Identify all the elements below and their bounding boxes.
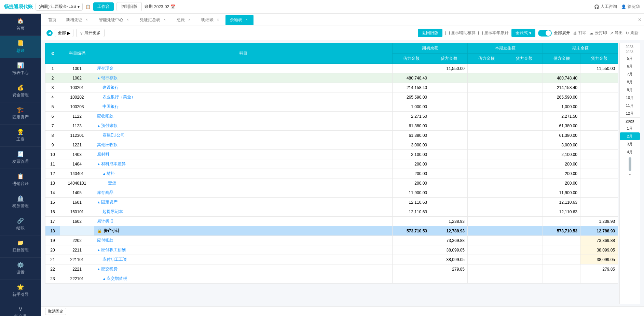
- expand-all-toggle[interactable]: [538, 30, 552, 37]
- cell-subject[interactable]: ▲材料成本差异: [94, 159, 393, 169]
- side-panel-month-7[interactable]: 7月: [620, 70, 640, 78]
- sidebar-item-settings[interactable]: ⚙️ 设置: [0, 258, 41, 280]
- subject-link[interactable]: 应付职工工资: [102, 257, 127, 262]
- expand-icon[interactable]: ▲: [102, 172, 106, 175]
- cell-subject[interactable]: 库存商品: [94, 188, 393, 198]
- cell-subject[interactable]: 应付职工工资: [94, 255, 393, 264]
- side-panel-month-10[interactable]: 10月: [620, 94, 640, 102]
- subject-link[interactable]: 应交税费: [101, 267, 118, 271]
- expand-icon[interactable]: ▲: [97, 162, 100, 166]
- sidebar-item-purchase-sales[interactable]: 📋 进销台账: [0, 169, 41, 191]
- cell-subject[interactable]: 起提累记本: [94, 207, 393, 217]
- sidebar-item-archive[interactable]: 📁 归档管理: [0, 235, 41, 258]
- subject-link[interactable]: 原材料: [97, 152, 109, 157]
- filter-all-badge[interactable]: ◀: [46, 30, 53, 36]
- tab-new-voucher-close[interactable]: ×: [84, 17, 89, 22]
- sidebar-item-funds[interactable]: 💰 资金管理: [0, 80, 41, 102]
- cell-subject[interactable]: ▲材料: [94, 169, 393, 178]
- cell-subject[interactable]: 建设银行: [94, 83, 393, 92]
- expand-icon[interactable]: ▲: [97, 76, 100, 80]
- cell-subject[interactable]: ▲固定资产: [94, 198, 393, 207]
- subject-link[interactable]: 应付职工薪酬: [101, 247, 126, 252]
- tab-new-voucher[interactable]: 新增凭证 ×: [61, 15, 94, 25]
- cell-subject[interactable]: 原材料: [94, 150, 393, 159]
- expand-icon[interactable]: ▲: [97, 267, 100, 271]
- sidebar-item-closing[interactable]: 🔗 结账: [0, 213, 41, 235]
- side-panel-month-5[interactable]: 5月: [620, 55, 640, 62]
- side-panel-month-1[interactable]: 1月: [620, 125, 640, 132]
- scrollbar[interactable]: [629, 157, 631, 171]
- workspace-button[interactable]: 工作台: [93, 2, 114, 11]
- sidebar-item-tax[interactable]: 🏦 税务管理: [0, 191, 41, 213]
- side-panel-month-4[interactable]: 4月: [620, 148, 640, 156]
- tab-home[interactable]: 首页: [44, 15, 61, 25]
- company-selector[interactable]: (勿删) 江西股金-LSS ▾: [36, 3, 83, 11]
- subject-link[interactable]: 农业银行（美金）: [102, 95, 135, 99]
- expand-more-btn[interactable]: ∨ 展开更多: [76, 29, 105, 37]
- refresh-btn[interactable]: ↻ 刷新: [626, 30, 639, 36]
- cell-subject[interactable]: ▲银行存款: [94, 73, 393, 83]
- sidebar-item-home[interactable]: 🏠 首页: [0, 14, 41, 36]
- checkbox-ytd[interactable]: [478, 31, 483, 35]
- side-panel-month-9[interactable]: 9月: [620, 86, 640, 94]
- subject-link[interactable]: 赛属EU公司: [102, 133, 125, 138]
- subject-link[interactable]: 累计折旧: [97, 219, 113, 224]
- cell-subject[interactable]: ▲预付账款: [94, 121, 393, 131]
- subject-link[interactable]: 壹蛋: [108, 181, 116, 185]
- expand-icon[interactable]: ▲: [97, 248, 100, 252]
- tab-general-ledger[interactable]: 总账 ×: [172, 15, 196, 25]
- unpin-button[interactable]: 取消固定: [45, 308, 66, 315]
- tab-balance-sheet[interactable]: 余额表 ×: [225, 15, 254, 25]
- subject-link[interactable]: 预付账款: [101, 123, 118, 128]
- side-panel-month-3[interactable]: 3月: [620, 140, 640, 148]
- sidebar-item-ledger[interactable]: 📒 总账: [0, 36, 41, 58]
- side-panel-month-2[interactable]: 2月: [620, 132, 640, 140]
- user-avatar-area[interactable]: 👤 徐淀华: [621, 4, 640, 10]
- cloud-print-btn[interactable]: ☁ 云打印: [589, 30, 607, 36]
- subject-link[interactable]: 其他应收款: [97, 142, 118, 147]
- cell-subject[interactable]: 应收账款: [94, 112, 393, 121]
- copy-button[interactable]: 📋: [85, 4, 91, 9]
- print-btn[interactable]: 🖨 打印: [573, 30, 587, 36]
- cell-subject[interactable]: ▲应交税费: [94, 264, 393, 274]
- sidebar-item-payroll[interactable]: 👷 工资: [0, 125, 41, 147]
- subject-link[interactable]: 固定资产: [101, 200, 118, 204]
- table-settings-icon[interactable]: ⚙: [48, 49, 57, 58]
- sidebar-item-member[interactable]: V 畅会员: [0, 302, 41, 316]
- col-settings-header[interactable]: ⚙: [45, 43, 60, 64]
- export-btn[interactable]: ↗ 导出: [610, 30, 623, 36]
- tab-detail-ledger[interactable]: 明细账 ×: [197, 15, 225, 25]
- side-panel-month-6[interactable]: 6月: [620, 62, 640, 70]
- subject-link[interactable]: 应收账款: [97, 114, 113, 118]
- subject-link[interactable]: 材料: [107, 171, 115, 176]
- full-style-btn[interactable]: 全账式 ▾: [511, 29, 535, 37]
- sidebar-item-guide[interactable]: 🌟 新手引导: [0, 280, 41, 302]
- subject-link[interactable]: 库存现金: [97, 66, 113, 71]
- subject-link[interactable]: 中国银行: [102, 104, 119, 109]
- subject-link[interactable]: 库存商品: [97, 190, 113, 195]
- tab-voucher-summary-close[interactable]: ×: [162, 17, 167, 22]
- expand-icon[interactable]: ▲: [102, 277, 106, 281]
- subject-link[interactable]: 建设银行: [102, 85, 119, 90]
- close-window-icon[interactable]: ×: [638, 17, 641, 23]
- subject-link[interactable]: 银行存款: [101, 75, 118, 80]
- cell-subject[interactable]: 赛属EU公司: [94, 131, 393, 140]
- tab-smart-voucher[interactable]: 智能凭证中心 ×: [94, 15, 135, 25]
- cell-subject[interactable]: 中国银行: [94, 102, 393, 112]
- expand-icon[interactable]: ▲: [97, 124, 100, 128]
- cell-subject[interactable]: ▲应付职工薪酬: [94, 245, 393, 255]
- checkbox-auxiliary[interactable]: [445, 31, 450, 35]
- tab-general-ledger-close[interactable]: ×: [187, 17, 192, 22]
- side-panel-month-12[interactable]: 12月: [620, 110, 640, 117]
- cell-subject[interactable]: ▲应交增值税: [94, 274, 393, 284]
- subject-link[interactable]: 应交增值税: [107, 276, 127, 281]
- tab-smart-voucher-close[interactable]: ×: [125, 17, 130, 22]
- cell-subject[interactable]: 应付账款: [94, 236, 393, 245]
- user-service[interactable]: 🎧 人工咨询: [594, 4, 617, 10]
- tab-balance-sheet-close[interactable]: ×: [244, 17, 249, 22]
- cell-subject[interactable]: 库存现金: [94, 64, 393, 73]
- cell-subject[interactable]: 累计折旧: [94, 217, 393, 226]
- subject-link[interactable]: 应付账款: [97, 238, 113, 243]
- filter-input[interactable]: 全部 ▶: [55, 29, 73, 37]
- subject-link[interactable]: 起提累记本: [102, 209, 123, 214]
